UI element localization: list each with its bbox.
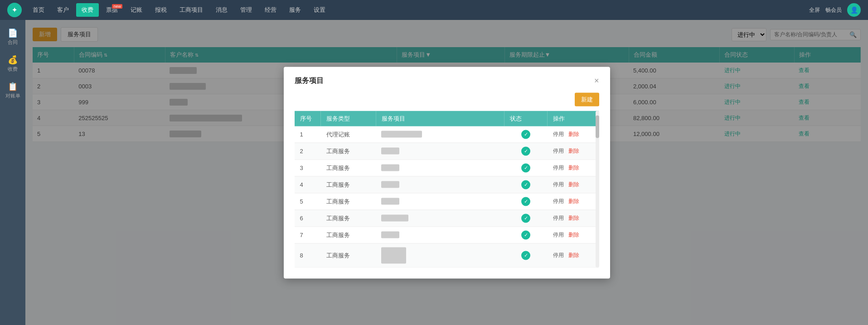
modal-cell-action: 停用 删除 (548, 210, 599, 227)
modal-cell-type: 工商服务 (321, 143, 376, 160)
modal-cell-item: ████████ 1 (376, 126, 504, 143)
member-label[interactable]: 畅会员 (825, 6, 842, 14)
nav-home[interactable]: 首页 (27, 3, 50, 17)
modal-cell-type: 工商服务 (321, 176, 376, 193)
modal-cell-item: ████████ (376, 210, 504, 227)
modal-cell-seq: 6 (295, 210, 321, 227)
modal-cell-seq: 7 (295, 227, 321, 243)
modal-table-row: 7 工商服务 ████ ✓ 停用 删除 (295, 227, 599, 243)
modal-cell-item: ████ (376, 193, 504, 210)
modal-table-row: 2 工商服务 ████ ✓ 停用 删除 (295, 143, 599, 160)
modal-cell-item: ████ (376, 227, 504, 243)
modal-cell-type: 工商服务 (321, 227, 376, 243)
modal-cell-type: 工商服务 (321, 160, 376, 176)
modal-cell-type: 工商服务 (321, 193, 376, 210)
modal-cell-item: ████ (376, 143, 504, 160)
modal-cell-type: 工商服务 (321, 210, 376, 227)
duizhangdan-icon: 📋 (3, 82, 22, 92)
modal-cell-status: ✓ (504, 143, 548, 160)
modal-cell-seq: 5 (295, 193, 321, 210)
main-layout: 📄 合同 💰 收费 📋 对账单 新增 服务项目 进行中 已完成 已取消 (0, 20, 868, 325)
new-badge: new (112, 4, 122, 9)
modal-cell-item: ████ (376, 160, 504, 176)
sidebar-item-duizhangdan[interactable]: 📋 对账单 (1, 78, 24, 103)
sidebar-item-hetong[interactable]: 📄 合同 (1, 24, 24, 49)
modal-header: 服务项目 × (295, 76, 599, 85)
modal-table-row: 1 代理记账 ████████ 1 ✓ 停用 删除 (295, 126, 599, 143)
service-items-table: 序号 服务类型 服务项目 状态 操作 1 代理记账 ████████ 1 ✓ 停… (295, 111, 599, 267)
modal-scrollbar-thumb[interactable] (596, 115, 599, 138)
modal-title: 服务项目 (295, 76, 324, 85)
modal-cell-action: 停用 删除 (548, 193, 599, 210)
modal-cell-status: ✓ (504, 160, 548, 176)
user-avatar[interactable]: 👤 (847, 3, 861, 17)
modal-table-row: 6 工商服务 ████████ ✓ 停用 删除 (295, 210, 599, 227)
right-actions: 全屏 畅会员 👤 (809, 3, 861, 17)
modal-cell-status: ✓ (504, 210, 548, 227)
modal-cell-type: 代理记账 (321, 126, 376, 143)
modal-cell-status: ✓ (504, 176, 548, 193)
modal-cell-seq: 1 (295, 126, 321, 143)
nav-jingying[interactable]: 经营 (259, 3, 282, 17)
top-nav: ✦ 首页 客户 收费 票据 new 记账 报税 工商项目 消息 管理 经营 服务… (0, 0, 868, 20)
sidebar-duizhangdan-label: 对账单 (3, 92, 22, 99)
modal-cell-action: 停用 删除 (548, 160, 599, 176)
modal-table-wrap: 序号 服务类型 服务项目 状态 操作 1 代理记账 ████████ 1 ✓ 停… (295, 111, 599, 267)
modal-cell-action: 停用 删除 (548, 143, 599, 160)
modal-table-row: 8 工商服务 ████注册 ✓ 停用 删除 (295, 243, 599, 267)
modal-table-row: 5 工商服务 ████ ✓ 停用 删除 (295, 193, 599, 210)
modal-col-item: 服务项目 (376, 111, 504, 126)
nav-fuwu[interactable]: 服务 (284, 3, 306, 17)
modal-col-type: 服务类型 (321, 111, 376, 126)
modal-cell-seq: 4 (295, 176, 321, 193)
modal-cell-action: 停用 删除 (548, 243, 599, 267)
modal-table-row: 4 工商服务 ████ ✓ 停用 删除 (295, 176, 599, 193)
modal-cell-item: ████注册 (376, 243, 504, 267)
modal-cell-item: ████ (376, 176, 504, 193)
shoufei-icon: 💰 (3, 55, 22, 65)
hetong-icon: 📄 (3, 28, 22, 38)
modal-col-status: 状态 (504, 111, 548, 126)
app-logo: ✦ (7, 3, 22, 17)
modal-toolbar: 新建 (295, 92, 599, 106)
modal-table-row: 3 工商服务 ████ ✓ 停用 删除 (295, 160, 599, 176)
nav-shezhi[interactable]: 设置 (308, 3, 331, 17)
nav-gongshang[interactable]: 工商项目 (174, 3, 209, 17)
sidebar-hetong-label: 合同 (3, 39, 22, 46)
modal-cell-status: ✓ (504, 243, 548, 267)
modal-cell-action: 停用 删除 (548, 227, 599, 243)
left-sidebar: 📄 合同 💰 收费 📋 对账单 (0, 20, 25, 325)
modal-cell-type: 工商服务 (321, 243, 376, 267)
modal-cell-status: ✓ (504, 126, 548, 143)
modal-new-button[interactable]: 新建 (575, 92, 599, 106)
modal-col-seq: 序号 (295, 111, 321, 126)
sidebar-shoufei-label: 收费 (3, 66, 22, 73)
nav-guanli[interactable]: 管理 (235, 3, 257, 17)
modal-cell-status: ✓ (504, 193, 548, 210)
modal-close-button[interactable]: × (594, 77, 599, 85)
modal-cell-seq: 2 (295, 143, 321, 160)
modal-col-action: 操作 (548, 111, 599, 126)
modal-cell-status: ✓ (504, 227, 548, 243)
nav-piao[interactable]: 票据 new (101, 3, 123, 17)
modal-cell-action: 停用 删除 (548, 126, 599, 143)
nav-xiaoxi[interactable]: 消息 (210, 3, 233, 17)
service-modal: 服务项目 × 新建 序号 服务类型 服务项目 状态 操作 (284, 67, 610, 278)
modal-cell-seq: 3 (295, 160, 321, 176)
modal-cell-seq: 8 (295, 243, 321, 267)
nav-jizhang[interactable]: 记账 (125, 3, 148, 17)
nav-items: 首页 客户 收费 票据 new 记账 报税 工商项目 消息 管理 经营 服务 设… (27, 3, 809, 17)
modal-cell-action: 停用 删除 (548, 176, 599, 193)
fullscreen-label[interactable]: 全屏 (809, 6, 820, 14)
nav-shoufei[interactable]: 收费 (76, 3, 99, 17)
nav-baoshui[interactable]: 报税 (150, 3, 172, 17)
sidebar-item-shoufei[interactable]: 💰 收费 (1, 51, 24, 76)
nav-client[interactable]: 客户 (52, 3, 74, 17)
content-area: 新增 服务项目 进行中 已完成 已取消 🔍 序号 合同 (25, 20, 868, 325)
